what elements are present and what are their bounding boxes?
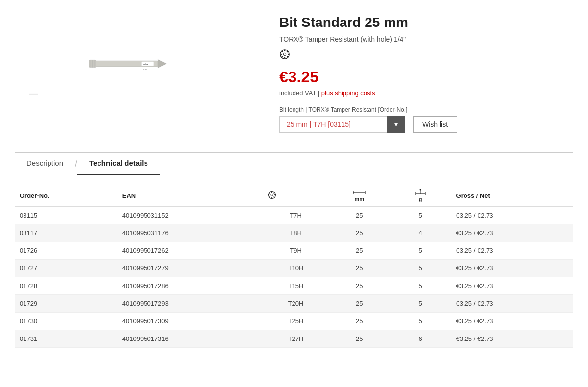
cell-weight: 6 <box>390 330 451 348</box>
cell-ean: 4010995017286 <box>118 277 263 295</box>
svg-point-18 <box>281 56 283 58</box>
table-row: 01726 4010995017262 T9H 25 5 €3.25 / €2.… <box>15 242 573 260</box>
cell-ean: 4010995017293 <box>118 295 263 313</box>
cell-order-no: 01730 <box>15 313 118 330</box>
svg-point-36 <box>420 189 421 191</box>
cell-ean: 4010995017309 <box>118 313 263 330</box>
svg-text:T30H: T30H <box>141 68 146 71</box>
cell-weight: 5 <box>390 295 451 313</box>
price-note: included VAT | plus shipping costs <box>279 89 573 97</box>
variant-select-display[interactable]: 25 mm | T7H [03115] <box>279 116 387 133</box>
cell-weight: 5 <box>390 313 451 330</box>
cell-ean: 4010995017279 <box>118 260 263 277</box>
cell-torx: T10H <box>263 260 329 277</box>
col-torx-icon <box>263 185 329 207</box>
col-price: Gross / Net <box>451 185 573 207</box>
cell-torx: T9H <box>263 242 329 260</box>
cell-mm: 25 <box>329 260 390 277</box>
shipping-link[interactable]: plus shipping costs <box>321 89 375 97</box>
col-order-no: Order-No. <box>15 185 118 207</box>
cell-weight: 4 <box>390 224 451 242</box>
selector-row: 25 mm | T7H [03115] Wish list <box>279 116 573 133</box>
cell-torx: T15H <box>263 277 329 295</box>
table-section: Order-No. EAN <box>15 185 573 348</box>
cell-price: €3.25 / €2.73 <box>451 207 573 224</box>
weight-header-icon <box>414 189 427 196</box>
cell-torx: T7H <box>263 207 329 224</box>
cell-weight: 5 <box>390 277 451 295</box>
product-info-section: Bit Standard 25 mm TORX® Tamper Resistan… <box>279 10 573 133</box>
svg-point-28 <box>270 196 270 197</box>
tabs-bar: Description / Technical details <box>15 153 573 175</box>
cell-torx: T25H <box>263 313 329 330</box>
thumbnail-nav-arrow[interactable]: — <box>29 88 38 98</box>
wishlist-button[interactable]: Wish list <box>413 116 457 133</box>
product-top-section: wiha T30H — Bit Standard 25 mm TORX® Tam… <box>15 10 573 147</box>
tab-technical-details[interactable]: Technical details <box>77 153 160 175</box>
svg-point-16 <box>287 56 288 58</box>
mm-header-icon <box>352 189 366 196</box>
svg-point-17 <box>287 51 288 52</box>
cell-price: €3.25 / €2.73 <box>451 295 573 313</box>
cell-order-no: 01731 <box>15 330 118 348</box>
cell-mm: 25 <box>329 313 390 330</box>
product-subtitle: TORX® Tamper Resistant (with hole) 1/4" <box>279 35 573 43</box>
col-weight: g <box>390 185 451 207</box>
svg-point-11 <box>284 50 286 51</box>
table-row: 01730 4010995017309 T25H 25 5 €3.25 / €2… <box>15 313 573 330</box>
cell-mm: 25 <box>329 330 390 348</box>
svg-point-25 <box>270 192 270 193</box>
table-header-row: Order-No. EAN <box>15 185 573 207</box>
svg-point-15 <box>281 51 283 52</box>
table-row: 01728 4010995017286 T15H 25 5 €3.25 / €2… <box>15 277 573 295</box>
svg-point-21 <box>271 191 272 192</box>
svg-point-13 <box>280 54 282 55</box>
table-row: 01729 4010995017293 T20H 25 5 €3.25 / €2… <box>15 295 573 313</box>
svg-marker-1 <box>158 60 166 68</box>
cell-mm: 25 <box>329 295 390 313</box>
tab-description[interactable]: Description <box>15 153 75 175</box>
image-divider <box>15 118 260 118</box>
table-row: 03117 4010995031176 T8H 25 4 €3.25 / €2.… <box>15 224 573 242</box>
svg-point-26 <box>273 196 274 197</box>
cell-mm: 25 <box>329 224 390 242</box>
vat-label: included VAT | <box>279 89 319 97</box>
cell-ean: 4010995031176 <box>118 224 263 242</box>
product-title: Bit Standard 25 mm <box>279 15 573 30</box>
cell-mm: 25 <box>329 242 390 260</box>
cell-weight: 5 <box>390 207 451 224</box>
cell-order-no: 01729 <box>15 295 118 313</box>
selector-label: Bit length | TORX® Tamper Resistant [Ord… <box>279 106 573 113</box>
table-header: Order-No. EAN <box>15 185 573 207</box>
svg-point-24 <box>274 194 275 195</box>
cell-ean: 4010995017316 <box>118 330 263 348</box>
variant-dropdown-button[interactable] <box>387 116 405 133</box>
cell-price: €3.25 / €2.73 <box>451 313 573 330</box>
svg-point-27 <box>273 192 274 193</box>
svg-point-23 <box>269 194 270 195</box>
product-image-section: wiha T30H — <box>15 10 260 133</box>
svg-point-22 <box>271 197 272 198</box>
col-ean: EAN <box>118 185 263 207</box>
cell-weight: 5 <box>390 242 451 260</box>
cell-price: €3.25 / €2.73 <box>451 277 573 295</box>
cell-order-no: 01728 <box>15 277 118 295</box>
cell-torx: T8H <box>263 224 329 242</box>
cell-price: €3.25 / €2.73 <box>451 242 573 260</box>
cell-price: €3.25 / €2.73 <box>451 260 573 277</box>
table-body: 03115 4010995031152 T7H 25 5 €3.25 / €2.… <box>15 207 573 348</box>
svg-text:wiha: wiha <box>143 63 148 66</box>
cell-order-no: 03117 <box>15 224 118 242</box>
svg-point-10 <box>283 53 286 56</box>
svg-point-14 <box>288 54 289 55</box>
product-data-table: Order-No. EAN <box>15 185 573 348</box>
cell-weight: 5 <box>390 260 451 277</box>
cell-torx: T27H <box>263 330 329 348</box>
torx-icon <box>279 49 290 60</box>
tabs-section: Description / Technical details <box>15 152 573 175</box>
product-price: €3.25 <box>279 68 573 86</box>
page-container: wiha T30H — Bit Standard 25 mm TORX® Tam… <box>0 0 588 358</box>
cell-order-no: 03115 <box>15 207 118 224</box>
cell-mm: 25 <box>329 207 390 224</box>
torx-icon-area <box>279 49 573 68</box>
